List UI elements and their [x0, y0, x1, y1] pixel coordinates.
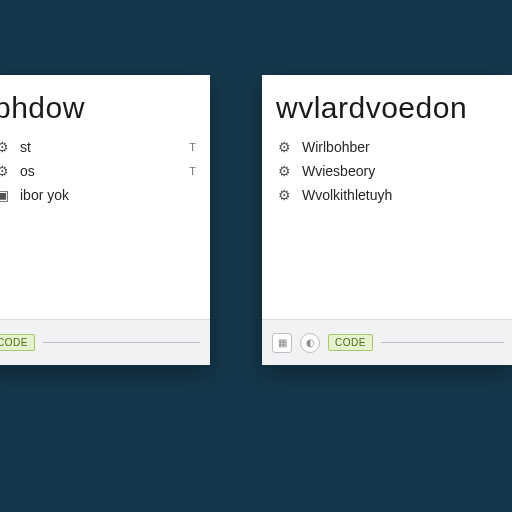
status-chip: CODE [328, 334, 373, 351]
gear-icon: ⚙ [0, 163, 10, 179]
list-item-label: Wirlbohber [302, 139, 370, 155]
footer-divider [381, 342, 504, 343]
gear-icon: ⚙ [276, 163, 292, 179]
window-right-title: wvlardvoedon [276, 91, 500, 125]
gear-icon: ⚙ [276, 187, 292, 203]
list-item-label: ibor yok [20, 187, 69, 203]
list-item-label: os [20, 163, 35, 179]
gear-icon: ⚙ [276, 139, 292, 155]
folder-icon: ▣ [0, 187, 10, 203]
window-left: bhdow ⚙ st T ⚙ os T ▣ ibor yok CODE [0, 75, 210, 365]
window-left-title: bhdow [0, 91, 196, 125]
window-right-body: wvlardvoedon ⚙ Wirlbohber ⚙ Wviesbeory ⚙… [262, 75, 512, 319]
list-item-trail: T [189, 141, 196, 153]
list-item[interactable]: ⚙ os T [0, 163, 196, 179]
status-chip: CODE [0, 334, 35, 351]
list-item-trail: T [189, 165, 196, 177]
list-item[interactable]: ⚙ st T [0, 139, 196, 155]
window-right: wvlardvoedon ⚙ Wirlbohber ⚙ Wviesbeory ⚙… [262, 75, 512, 365]
list-item[interactable]: ⚙ Wviesbeory [276, 163, 500, 179]
list-item[interactable]: ⚙ Wirlbohber [276, 139, 500, 155]
window-left-footer: CODE [0, 319, 210, 365]
gear-icon: ⚙ [0, 139, 10, 155]
list-item-label: Wvolkithletuyh [302, 187, 392, 203]
list-item-label: st [20, 139, 31, 155]
window-right-footer: ▦ ◐ CODE [262, 319, 512, 365]
window-left-body: bhdow ⚙ st T ⚙ os T ▣ ibor yok [0, 75, 210, 319]
footer-divider [43, 342, 200, 343]
list-item-label: Wviesbeory [302, 163, 375, 179]
list-item[interactable]: ▣ ibor yok [0, 187, 196, 203]
list-item[interactable]: ⚙ Wvolkithletuyh [276, 187, 500, 203]
grid-icon[interactable]: ▦ [272, 333, 292, 353]
badge-icon[interactable]: ◐ [300, 333, 320, 353]
